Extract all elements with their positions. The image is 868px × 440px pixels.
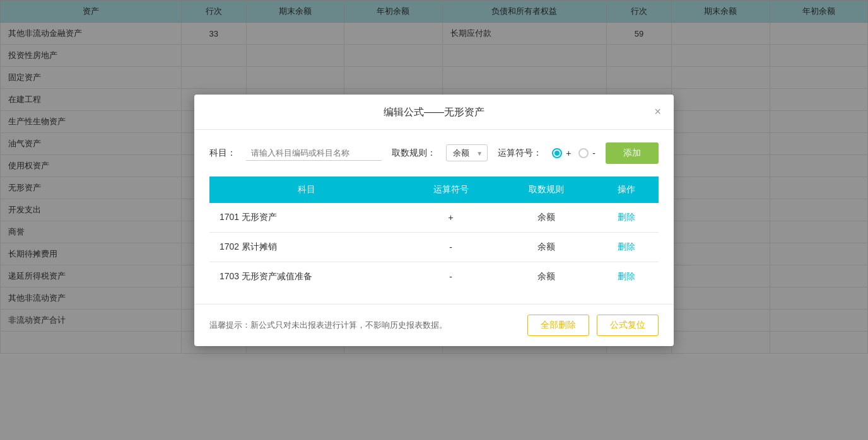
table-header-row: 科目 运算符号 取数规则 操作 <box>209 177 659 203</box>
formula-subject: 1702 累计摊销 <box>209 232 403 262</box>
radio-minus-item[interactable]: - <box>578 148 595 158</box>
footer-buttons: 全部删除 公式复位 <box>527 315 659 336</box>
radio-plus-item[interactable]: + <box>552 148 571 158</box>
rule-select-wrap: 余额 <box>446 144 488 161</box>
th-action: 操作 <box>594 177 659 203</box>
operator-label: 运算符号： <box>498 148 542 159</box>
th-rule: 取数规则 <box>498 177 594 203</box>
delete-all-button[interactable]: 全部删除 <box>527 315 589 336</box>
formula-operator: - <box>403 232 498 262</box>
formula-rule: 余额 <box>498 203 594 233</box>
th-subject: 科目 <box>209 177 403 203</box>
formula-operator: + <box>403 203 498 233</box>
formula-rule: 余额 <box>498 262 594 291</box>
modal-title: 编辑公式——无形资产 <box>384 106 484 119</box>
modal-footer: 温馨提示：新公式只对未出报表进行计算，不影响历史报表数据。 全部删除 公式复位 <box>194 304 674 346</box>
subject-label: 科目： <box>209 148 236 159</box>
edit-formula-modal: 编辑公式——无形资产 × 科目： 取数规则： 余额 运算符号： <box>194 95 674 346</box>
formula-action: 删除 <box>594 232 659 262</box>
modal-body: 科目： 取数规则： 余额 运算符号： + - <box>194 130 674 304</box>
radio-minus-label: - <box>592 148 595 158</box>
formula-operator: - <box>403 262 498 291</box>
radio-minus-circle <box>578 148 589 158</box>
formula-subject: 1701 无形资产 <box>209 203 403 233</box>
th-operator: 运算符号 <box>403 177 498 203</box>
footer-tip: 温馨提示：新公式只对未出报表进行计算，不影响历史报表数据。 <box>209 320 447 331</box>
operator-radio-group: + - <box>552 148 595 158</box>
table-row: 1702 累计摊销-余额删除 <box>209 232 659 262</box>
formula-subject: 1703 无形资产减值准备 <box>209 262 403 291</box>
form-row: 科目： 取数规则： 余额 运算符号： + - <box>209 142 659 164</box>
formula-action: 删除 <box>594 262 659 291</box>
radio-plus-circle <box>552 148 562 158</box>
formula-table: 科目 运算符号 取数规则 操作 1701 无形资产+余额删除1702 累计摊销-… <box>209 177 659 291</box>
add-button[interactable]: 添加 <box>606 142 659 164</box>
modal-overlay: 编辑公式——无形资产 × 科目： 取数规则： 余额 运算符号： <box>0 0 868 440</box>
rule-select[interactable]: 余额 <box>446 144 488 161</box>
reset-formula-button[interactable]: 公式复位 <box>597 315 659 336</box>
formula-rule: 余额 <box>498 232 594 262</box>
subject-input[interactable] <box>246 146 382 161</box>
formula-action: 删除 <box>594 203 659 233</box>
modal-close-button[interactable]: × <box>652 103 664 120</box>
modal-header: 编辑公式——无形资产 × <box>194 95 674 130</box>
delete-row-button[interactable]: 删除 <box>618 212 635 223</box>
table-row: 1701 无形资产+余额删除 <box>209 203 659 233</box>
radio-plus-label: + <box>566 148 571 158</box>
delete-row-button[interactable]: 删除 <box>618 271 635 282</box>
delete-row-button[interactable]: 删除 <box>618 241 635 253</box>
rule-label: 取数规则： <box>392 148 436 159</box>
table-row: 1703 无形资产减值准备-余额删除 <box>209 262 659 291</box>
